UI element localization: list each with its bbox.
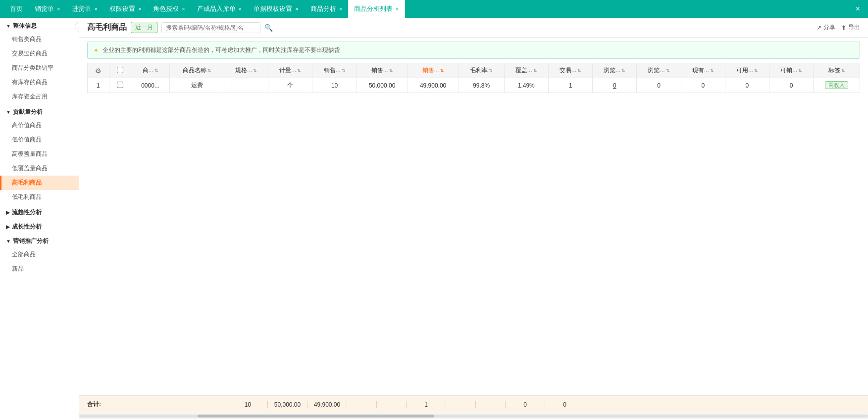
- page-title: 高毛利商品: [87, 22, 127, 33]
- nav-permissions[interactable]: 权限设置 ×: [103, 0, 147, 18]
- sidebar: « ▼ 整体信息 销售类商品 交易过的商品 商品分类助销率 有库存的商品 库存资…: [0, 18, 79, 419]
- arrow-right-icon: ▶: [6, 210, 10, 215]
- nav-sales-order[interactable]: 销货单 ×: [29, 0, 66, 18]
- cell-tag: 高收入: [814, 78, 860, 93]
- sort-spec-icon[interactable]: ⇅: [253, 68, 257, 73]
- cell-saleable: 0: [769, 78, 814, 93]
- tag-badge: 高收入: [825, 81, 848, 89]
- sidebar-group-contribution[interactable]: ▼ 贡献量分析: [0, 104, 79, 118]
- close-template-settings[interactable]: ×: [295, 6, 298, 12]
- cell-current-stock: 0: [681, 78, 725, 93]
- sidebar-group-overall[interactable]: ▼ 整体信息: [0, 18, 79, 32]
- sidebar-item-sales-goods[interactable]: 销售类商品: [0, 32, 79, 47]
- share-button[interactable]: ↗ 分享: [817, 23, 835, 32]
- top-navigation: 首页 销货单 × 进货单 × 权限设置 × 角色授权 × 产成品入库单 × 单据…: [0, 0, 868, 18]
- col-browse2: 浏览... ⇅: [637, 63, 681, 78]
- footer-cell-current-stock: 0: [505, 401, 545, 408]
- sidebar-item-high-value[interactable]: 高价值商品: [0, 118, 79, 133]
- sort-transaction-icon[interactable]: ⇅: [577, 68, 581, 73]
- cell-sales-cost: 49,900.00: [408, 78, 459, 93]
- nav-template-settings[interactable]: 单据模板设置 ×: [248, 0, 304, 18]
- sidebar-item-low-value[interactable]: 低价值商品: [0, 133, 79, 147]
- sidebar-item-stock-capital[interactable]: 库存资金占用: [0, 90, 79, 104]
- sidebar-group-marketing[interactable]: ▼ 营销推广分析: [0, 233, 79, 247]
- sidebar-item-low-margin[interactable]: 低毛利商品: [0, 190, 79, 204]
- close-product-analysis[interactable]: ×: [339, 6, 342, 12]
- sort-sales-amount-icon[interactable]: ⇅: [389, 68, 393, 73]
- row-checkbox[interactable]: [117, 82, 123, 88]
- nav-product-analysis[interactable]: 商品分析 ×: [305, 0, 348, 18]
- arrow-down-icon: ▼: [6, 23, 11, 29]
- cell-checkbox[interactable]: [109, 78, 131, 93]
- close-product-analysis-list[interactable]: ×: [396, 6, 399, 12]
- sidebar-item-new-goods[interactable]: 新品: [0, 262, 79, 276]
- sort-browse1-icon[interactable]: ⇅: [621, 68, 625, 73]
- table-row: 1 0000... 运费: [88, 78, 860, 93]
- nav-role-auth[interactable]: 角色授权 ×: [147, 0, 191, 18]
- cell-transaction: 1: [548, 78, 592, 93]
- search-input[interactable]: [161, 22, 260, 33]
- sidebar-item-low-coverage[interactable]: 低覆盖量商品: [0, 161, 79, 176]
- select-all-checkbox[interactable]: [117, 67, 123, 73]
- sort-available-stock-icon[interactable]: ⇅: [754, 68, 758, 73]
- close-role-auth[interactable]: ×: [182, 6, 185, 12]
- col-settings[interactable]: ⚙: [88, 63, 109, 78]
- close-permissions[interactable]: ×: [138, 6, 141, 12]
- col-spec: 规格... ⇅: [224, 63, 268, 78]
- arrow-right-icon-2: ▶: [6, 224, 10, 230]
- sort-margin-icon[interactable]: ⇅: [489, 68, 493, 73]
- export-button[interactable]: ⬆ 导出: [841, 23, 860, 32]
- nav-purchase-order[interactable]: 进货单 ×: [66, 0, 103, 18]
- footer-cell-sales-qty: 10: [228, 401, 267, 408]
- col-current-stock: 现有... ⇅: [681, 63, 725, 78]
- close-purchase-order[interactable]: ×: [94, 6, 97, 12]
- table-header-row: ⚙ 商... ⇅ 商品名称: [88, 63, 860, 78]
- footer-cells: 10 50,000.00 49,900.00 1 0: [109, 401, 860, 408]
- footer-cell-empty1: [347, 401, 376, 408]
- sidebar-item-traded-goods[interactable]: 交易过的商品: [0, 47, 79, 61]
- main-layout: « ▼ 整体信息 销售类商品 交易过的商品 商品分类助销率 有库存的商品 库存资…: [0, 18, 868, 419]
- sidebar-item-category-rate[interactable]: 商品分类助销率: [0, 61, 79, 75]
- close-all-tabs[interactable]: ×: [852, 4, 864, 13]
- nav-home[interactable]: 首页: [4, 0, 29, 18]
- table-container: ⚙ 商... ⇅ 商品名称: [79, 63, 868, 395]
- sort-name-icon[interactable]: ⇅: [207, 68, 211, 73]
- cell-spec: [224, 78, 268, 93]
- sort-current-stock-icon[interactable]: ⇅: [710, 68, 714, 73]
- sort-sales-qty-icon[interactable]: ⇅: [342, 68, 346, 73]
- settings-icon[interactable]: ⚙: [95, 67, 102, 75]
- sidebar-item-high-margin[interactable]: 高毛利商品: [0, 176, 79, 190]
- export-icon: ⬆: [841, 24, 846, 31]
- footer-cell-sales-cost: 49,900.00: [307, 401, 347, 408]
- filter-recent-month-button[interactable]: 近一月: [131, 22, 157, 33]
- col-checkbox[interactable]: [109, 63, 131, 78]
- col-sales-cost: 销售... ⇅: [408, 63, 459, 78]
- sort-sales-cost-icon[interactable]: ⇅: [440, 68, 444, 73]
- nav-product-inbound[interactable]: 产成品入库单 ×: [191, 0, 248, 18]
- nav-product-analysis-list[interactable]: 商品分析列表 ×: [348, 0, 405, 18]
- sort-saleable-icon[interactable]: ⇅: [798, 68, 802, 73]
- close-sales-order[interactable]: ×: [57, 6, 60, 12]
- sort-unit-icon[interactable]: ⇅: [297, 68, 301, 73]
- col-saleable: 可销... ⇅: [769, 63, 814, 78]
- sort-code-icon[interactable]: ⇅: [154, 68, 158, 73]
- sidebar-item-high-coverage[interactable]: 高覆盖量商品: [0, 147, 79, 161]
- cell-browse1[interactable]: 0: [593, 78, 637, 93]
- sidebar-group-growth[interactable]: ▶ 成长性分析: [0, 219, 79, 233]
- sort-tag-icon[interactable]: ⇅: [841, 68, 845, 73]
- col-browse1: 浏览... ⇅: [593, 63, 637, 78]
- col-name: 商品名称 ⇅: [170, 63, 224, 78]
- horizontal-scrollbar[interactable]: [79, 413, 868, 419]
- scroll-thumb[interactable]: [198, 415, 434, 418]
- cell-available-stock: 0: [725, 78, 769, 93]
- sort-browse2-icon[interactable]: ⇅: [666, 68, 670, 73]
- sidebar-group-trend[interactable]: ▶ 流趋性分析: [0, 204, 79, 219]
- sort-coverage-icon[interactable]: ⇅: [533, 68, 537, 73]
- close-product-inbound[interactable]: ×: [239, 6, 242, 12]
- search-button[interactable]: 🔍: [264, 24, 273, 32]
- sidebar-item-all-goods[interactable]: 全部商品: [0, 247, 79, 262]
- cell-margin-rate: 99.8%: [459, 78, 504, 93]
- cell-name: 运费: [170, 78, 224, 93]
- browse1-link[interactable]: 0: [613, 82, 616, 89]
- sidebar-item-stock-goods[interactable]: 有库存的商品: [0, 75, 79, 90]
